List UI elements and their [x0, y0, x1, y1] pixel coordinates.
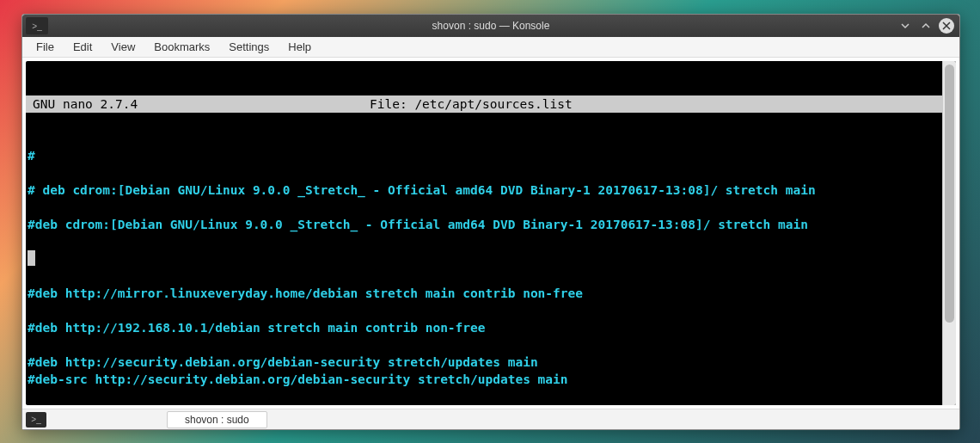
file-line: [28, 268, 942, 285]
file-line: #deb http://192.168.10.1/debian stretch …: [28, 319, 942, 336]
titlebar[interactable]: >_ shovon : sudo — Konsole: [22, 15, 959, 37]
window-title: shovon : sudo — Konsole: [432, 20, 550, 32]
file-line: #deb-src http://security.debian.org/debi…: [28, 371, 942, 388]
menu-help[interactable]: Help: [279, 39, 320, 55]
cursor: [28, 250, 35, 266]
file-line: # deb cdrom:[Debian GNU/Linux 9.0.0 _Str…: [28, 182, 942, 199]
nano-header: GNU nano 2.7.4 File: /etc/apt/sources.li…: [26, 95, 942, 113]
scrollbar-thumb[interactable]: [945, 65, 954, 323]
file-line: #deb http://mirror.linuxeveryday.home/de…: [28, 285, 942, 302]
konsole-window: >_ shovon : sudo — Konsole File Edit Vie…: [21, 14, 960, 430]
menu-view[interactable]: View: [102, 39, 144, 55]
nano-body[interactable]: # # deb cdrom:[Debian GNU/Linux 9.0.0 _S…: [26, 147, 942, 405]
maximize-button[interactable]: [918, 18, 934, 34]
file-line: [28, 302, 942, 319]
nano-file-label: File: /etc/apt/sources.list: [370, 95, 942, 113]
file-line: #deb http://security.debian.org/debian-s…: [28, 354, 942, 371]
terminal-icon: >_: [26, 17, 48, 34]
file-line: [28, 199, 942, 216]
file-line: #deb cdrom:[Debian GNU/Linux 9.0.0 _Stre…: [28, 216, 942, 233]
file-line: [28, 164, 942, 182]
window-controls: [897, 18, 954, 34]
close-button[interactable]: [939, 18, 954, 34]
nano-version: GNU nano 2.7.4: [26, 95, 370, 113]
statusbar: >_ shovon : sudo: [22, 409, 959, 429]
file-line: [28, 336, 942, 354]
terminal[interactable]: GNU nano 2.7.4 File: /etc/apt/sources.li…: [26, 61, 942, 405]
scrollbar[interactable]: [942, 61, 956, 405]
tab-current[interactable]: shovon : sudo: [167, 411, 267, 428]
menu-bookmarks[interactable]: Bookmarks: [145, 39, 218, 55]
menu-file[interactable]: File: [28, 39, 63, 55]
terminal-area: GNU nano 2.7.4 File: /etc/apt/sources.li…: [26, 61, 956, 405]
menu-settings[interactable]: Settings: [220, 39, 278, 55]
menubar: File Edit View Bookmarks Settings Help: [22, 37, 959, 58]
new-tab-icon[interactable]: >_: [26, 412, 46, 428]
file-line: [28, 233, 942, 250]
file-line: [28, 250, 942, 268]
menu-edit[interactable]: Edit: [64, 39, 101, 55]
minimize-button[interactable]: [897, 18, 913, 34]
file-line: #: [28, 147, 942, 164]
